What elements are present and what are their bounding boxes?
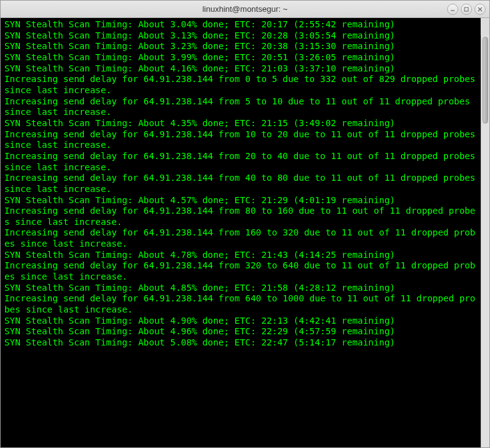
window-title: linuxhint@montsegur: ~ <box>202 4 287 14</box>
minimize-button[interactable] <box>447 4 458 15</box>
close-button[interactable] <box>474 4 486 15</box>
scrollbar-thumb[interactable] <box>483 37 488 124</box>
terminal-line: Increasing send delay for 64.91.238.144 … <box>4 96 477 118</box>
terminal-line: SYN Stealth Scan Timing: About 3.23% don… <box>4 41 477 52</box>
minimize-icon <box>450 7 455 12</box>
terminal-line: SYN Stealth Scan Timing: About 4.57% don… <box>4 195 477 206</box>
svg-rect-0 <box>465 7 468 11</box>
terminal-line: SYN Stealth Scan Timing: About 4.35% don… <box>4 118 477 129</box>
terminal-output[interactable]: SYN Stealth Scan Timing: About 3.04% don… <box>1 18 481 447</box>
terminal-line: SYN Stealth Scan Timing: About 4.90% don… <box>4 316 477 327</box>
terminal-line: SYN Stealth Scan Timing: About 3.04% don… <box>4 19 477 30</box>
close-icon <box>478 7 483 12</box>
terminal-line: Increasing send delay for 64.91.238.144 … <box>4 206 477 227</box>
terminal-line: Increasing send delay for 64.91.238.144 … <box>4 293 477 315</box>
terminal-line: SYN Stealth Scan Timing: About 3.13% don… <box>4 30 477 42</box>
terminal-line: Increasing send delay for 64.91.238.144 … <box>4 227 477 249</box>
terminal-line: SYN Stealth Scan Timing: About 3.99% don… <box>4 52 477 63</box>
terminal-line: SYN Stealth Scan Timing: About 4.16% don… <box>4 63 477 75</box>
terminal-line: Increasing send delay for 64.91.238.144 … <box>4 151 477 173</box>
terminal-line: SYN Stealth Scan Timing: About 4.85% don… <box>4 283 477 294</box>
titlebar[interactable]: linuxhint@montsegur: ~ <box>1 1 489 18</box>
terminal-line: Increasing send delay for 64.91.238.144 … <box>4 173 477 194</box>
terminal-area: SYN Stealth Scan Timing: About 3.04% don… <box>1 18 489 447</box>
terminal-line: SYN Stealth Scan Timing: About 4.78% don… <box>4 250 477 261</box>
maximize-button[interactable] <box>461 4 472 15</box>
window-controls <box>447 4 486 15</box>
scrollbar[interactable] <box>481 35 489 447</box>
terminal-line: Increasing send delay for 64.91.238.144 … <box>4 129 477 151</box>
terminal-line: SYN Stealth Scan Timing: About 4.96% don… <box>4 326 477 337</box>
terminal-line: Increasing send delay for 64.91.238.144 … <box>4 74 477 96</box>
maximize-icon <box>464 7 469 12</box>
terminal-line: Increasing send delay for 64.91.238.144 … <box>4 260 477 282</box>
terminal-window: linuxhint@montsegur: ~ SYN Stealth Scan … <box>0 0 490 448</box>
terminal-line: SYN Stealth Scan Timing: About 5.08% don… <box>4 337 477 349</box>
